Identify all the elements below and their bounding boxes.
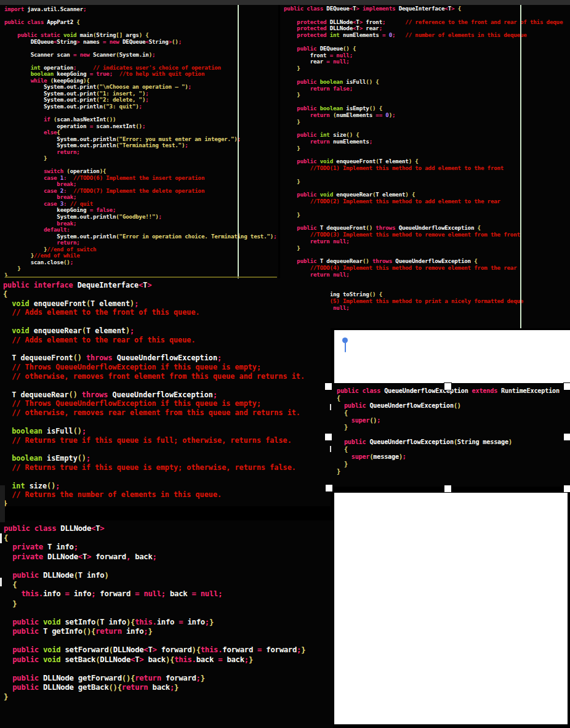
text-fragment (330, 404, 331, 410)
code-line: } (284, 212, 570, 219)
code-screenshot-dequeinterface[interactable]: public interface DequeInterface<T>{ void… (0, 278, 331, 506)
code-line: private DLLNode<T> forward, back; (4, 552, 333, 562)
code-line (337, 431, 570, 439)
code-line: } (284, 179, 570, 185)
pin-icon[interactable] (341, 338, 350, 354)
code-line: super(message); (337, 453, 570, 461)
selection-handle-bottom-left[interactable] (325, 484, 333, 492)
code-line: } (337, 424, 570, 431)
code-line: // otherwise, removes rear element from … (3, 408, 331, 418)
vertical-divider-line (238, 5, 239, 278)
code-line: this.info = info; forward = null; back =… (4, 589, 333, 599)
code-line: public DLLNode(T info) (4, 571, 333, 580)
code-line: } (4, 692, 333, 702)
code-line: //TODO(2) Implement this method to add e… (284, 198, 570, 205)
slide-canvas: import java.util.Scanner;public class Ap… (0, 0, 570, 728)
gutter-strip (0, 485, 5, 522)
code-line: int size(); (3, 482, 331, 491)
code-line: { (4, 580, 333, 589)
selection-handle-bottom-center[interactable] (444, 485, 452, 493)
code-screenshot-apppart2[interactable]: import java.util.Scanner;public class Ap… (0, 5, 278, 278)
code-line: private T info; (4, 543, 333, 552)
code-line (4, 636, 333, 645)
code-line: // otherwise, removes front element from… (3, 372, 331, 381)
selection-handle-mid-right[interactable] (563, 433, 570, 441)
code-line: public DLLNode getForward(){return forwa… (4, 674, 333, 683)
selection-handle-top-center[interactable] (444, 382, 452, 390)
code-line: // Throws QueueUnderflowException if thi… (3, 363, 331, 372)
code-line (3, 472, 331, 482)
code-line: void enqueueFront(T element); (3, 299, 331, 309)
code-line: } (3, 499, 331, 506)
code-line: } (284, 245, 570, 252)
code-line: super(); (337, 417, 570, 424)
selection-handle-mid-left[interactable] (324, 433, 332, 441)
vertical-divider-line (520, 5, 521, 328)
code-line: } (337, 461, 570, 468)
code-line: return numElements; (284, 139, 570, 145)
code-line: public class QueueUnderflowException ext… (337, 387, 570, 395)
code-line: // Returns the number of elements in thi… (3, 490, 331, 499)
code-line: T dequeueRear() throws QueueUnderflowExc… (3, 390, 331, 400)
code-line (3, 345, 331, 354)
code-line: } (284, 92, 570, 99)
code-line: return null; (284, 272, 570, 278)
code-line (3, 445, 331, 454)
code-line: } (4, 599, 333, 609)
code-line: public QueueUnderflowException() (337, 402, 570, 410)
code-screenshot-dllnode[interactable]: public class DLLNode<T>{ private T info;… (0, 520, 333, 728)
code-line: protected int numElements = 0; // number… (284, 32, 570, 39)
code-line (3, 381, 331, 390)
selection-handle-bottom-right[interactable] (563, 485, 570, 493)
text-fragment (330, 446, 331, 452)
code-line: return null; (284, 238, 570, 245)
horizontal-divider-line (5, 277, 277, 278)
white-slide-box[interactable] (334, 330, 570, 383)
code-line: } (284, 119, 570, 126)
code-line: } (337, 468, 570, 475)
code-line: { (337, 395, 570, 402)
code-line: // Adds element to the rear of this queu… (3, 336, 331, 345)
text-fragment (0, 533, 2, 543)
code-line: // Returns true if this queue is empty; … (3, 463, 331, 472)
code-line: public interface DequeInterface<T> (3, 281, 331, 290)
code-line: // Throws QueueUnderflowException if thi… (3, 399, 331, 408)
code-line (4, 562, 333, 571)
code-screenshot-queueunderflow[interactable]: public class QueueUnderflowException ext… (331, 385, 570, 487)
code-line: return (numElements == 0); (284, 112, 570, 119)
code-line: boolean isEmpty(); (3, 454, 331, 463)
code-line (284, 172, 570, 179)
code-line: } (284, 65, 570, 72)
code-line (3, 317, 331, 326)
code-line: //TODO(1) Implement this method to add e… (284, 165, 570, 172)
code-line: public void setForward(DLLNode<T> forwar… (4, 645, 333, 655)
code-line: return false; (284, 86, 570, 92)
selection-handle-top-right[interactable] (563, 382, 570, 390)
code-line: // Adds element to the front of this que… (3, 308, 331, 317)
code-line: { (4, 533, 333, 543)
slide-background-area[interactable] (334, 493, 568, 724)
code-line: public T getInfo(){return info;} (4, 627, 333, 636)
code-line: } (284, 145, 570, 152)
code-line (3, 418, 331, 427)
code-line: { (337, 446, 570, 453)
code-line: public void setInfo(T info){this.info = … (4, 618, 333, 627)
code-line: public DLLNode getBack(){return back;} (4, 683, 333, 692)
selection-handle-top-left[interactable] (324, 382, 332, 390)
code-line: { (3, 290, 331, 299)
code-line: public class DEQueue<T> implements Deque… (284, 6, 570, 12)
code-line: rear = null; (284, 59, 570, 65)
code-line: void enqueueRear(T element); (3, 326, 331, 336)
top-bar (0, 0, 570, 5)
code-line (284, 205, 570, 212)
code-line: public class DLLNode<T> (4, 524, 333, 533)
text-fragment (0, 578, 2, 586)
code-line: // Returns true if this queue is full; o… (3, 436, 331, 445)
code-line: public QueueUnderflowException(String me… (337, 439, 570, 446)
code-line: { (337, 410, 570, 417)
code-line (4, 609, 333, 618)
code-line: public void setBack(DLLNode<T> back){thi… (4, 655, 333, 665)
code-line: boolean isFull(); (3, 427, 331, 436)
code-line: T dequeueFront() throws QueueUnderflowEx… (3, 354, 331, 363)
code-line (4, 665, 333, 674)
